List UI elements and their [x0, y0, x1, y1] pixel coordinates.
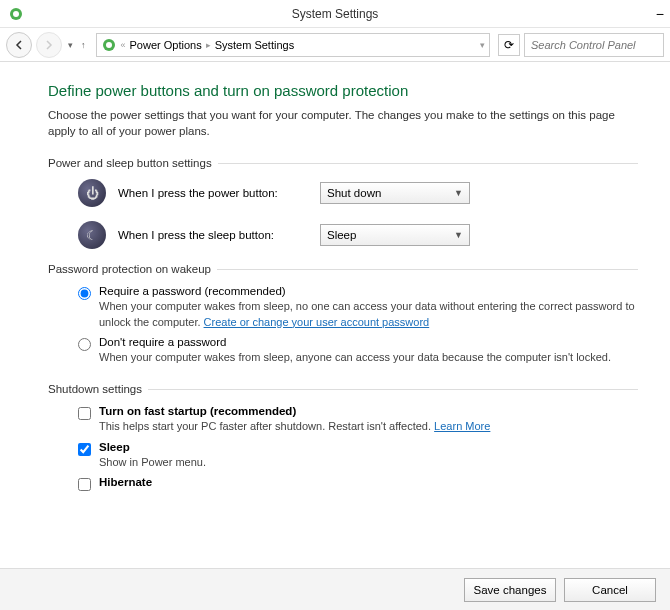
- page-description: Choose the power settings that you want …: [48, 107, 638, 139]
- sleep-desc: Show in Power menu.: [99, 455, 638, 470]
- hibernate-checkbox[interactable]: [78, 478, 91, 491]
- dont-require-password-desc: When your computer wakes from sleep, any…: [99, 350, 638, 365]
- hibernate-label: Hibernate: [99, 476, 638, 488]
- sleep-button-label: When I press the sleep button:: [118, 229, 308, 241]
- cancel-button[interactable]: Cancel: [564, 578, 656, 602]
- save-button[interactable]: Save changes: [464, 578, 556, 602]
- arrow-left-icon: [13, 39, 25, 51]
- address-bar[interactable]: « Power Options ▸ System Settings ▾: [96, 33, 491, 57]
- chevron-right-icon: ▸: [206, 40, 211, 50]
- up-button[interactable]: ↑: [79, 40, 88, 50]
- content-area: Define power buttons and turn on passwor…: [0, 62, 670, 568]
- sleep-button-select[interactable]: Sleep ▼: [320, 224, 470, 246]
- dont-require-password-option[interactable]: Don't require a password When your compu…: [78, 336, 638, 365]
- history-dropdown-icon[interactable]: ▾: [66, 40, 75, 50]
- require-password-label: Require a password (recommended): [99, 285, 638, 297]
- title-bar: System Settings −: [0, 0, 670, 28]
- breadcrumb-sep-icon: «: [121, 40, 126, 50]
- control-panel-icon: [101, 37, 117, 53]
- window-title: System Settings: [0, 7, 670, 21]
- app-icon: [8, 6, 24, 22]
- minimize-icon[interactable]: −: [656, 6, 664, 22]
- sleep-button-row: ☾ When I press the sleep button: Sleep ▼: [78, 221, 638, 249]
- svg-point-1: [13, 11, 19, 17]
- fast-startup-label: Turn on fast startup (recommended): [99, 405, 638, 417]
- create-password-link[interactable]: Create or change your user account passw…: [204, 316, 430, 328]
- page-title: Define power buttons and turn on passwor…: [48, 82, 638, 99]
- require-password-desc: When your computer wakes from sleep, no …: [99, 299, 638, 330]
- chevron-down-icon: ▼: [454, 188, 463, 198]
- nav-bar: ▾ ↑ « Power Options ▸ System Settings ▾ …: [0, 28, 670, 62]
- sleep-label: Sleep: [99, 441, 638, 453]
- section-heading-power-sleep: Power and sleep button settings: [48, 157, 638, 169]
- require-password-option[interactable]: Require a password (recommended) When yo…: [78, 285, 638, 330]
- section-heading-label: Power and sleep button settings: [48, 157, 212, 169]
- breadcrumb-item[interactable]: Power Options: [130, 39, 202, 51]
- fast-startup-checkbox[interactable]: [78, 407, 91, 420]
- section-heading-shutdown: Shutdown settings: [48, 383, 638, 395]
- sleep-checkbox[interactable]: [78, 443, 91, 456]
- select-value: Shut down: [327, 187, 381, 199]
- divider: [148, 389, 638, 390]
- moon-icon: ☾: [78, 221, 106, 249]
- power-button-label: When I press the power button:: [118, 187, 308, 199]
- dont-require-password-label: Don't require a password: [99, 336, 638, 348]
- refresh-button[interactable]: ⟳: [498, 34, 520, 56]
- dont-require-password-radio[interactable]: [78, 338, 91, 351]
- power-button-select[interactable]: Shut down ▼: [320, 182, 470, 204]
- search-input[interactable]: [524, 33, 664, 57]
- svg-point-3: [106, 42, 112, 48]
- breadcrumb-item[interactable]: System Settings: [215, 39, 476, 51]
- forward-button[interactable]: [36, 32, 62, 58]
- divider: [218, 163, 638, 164]
- select-value: Sleep: [327, 229, 356, 241]
- sleep-option[interactable]: Sleep Show in Power menu.: [78, 441, 638, 470]
- require-password-radio[interactable]: [78, 287, 91, 300]
- arrow-right-icon: [43, 39, 55, 51]
- hibernate-option[interactable]: Hibernate: [78, 476, 638, 491]
- divider: [217, 269, 638, 270]
- chevron-down-icon[interactable]: ▾: [480, 40, 485, 50]
- back-button[interactable]: [6, 32, 32, 58]
- power-button-row: ⏻ When I press the power button: Shut do…: [78, 179, 638, 207]
- section-heading-label: Shutdown settings: [48, 383, 142, 395]
- footer-bar: Save changes Cancel: [0, 568, 670, 610]
- section-heading-password: Password protection on wakeup: [48, 263, 638, 275]
- learn-more-link[interactable]: Learn More: [434, 420, 490, 432]
- fast-startup-option[interactable]: Turn on fast startup (recommended) This …: [78, 405, 638, 434]
- power-icon: ⏻: [78, 179, 106, 207]
- chevron-down-icon: ▼: [454, 230, 463, 240]
- fast-startup-desc: This helps start your PC faster after sh…: [99, 419, 638, 434]
- refresh-icon: ⟳: [504, 38, 514, 52]
- section-heading-label: Password protection on wakeup: [48, 263, 211, 275]
